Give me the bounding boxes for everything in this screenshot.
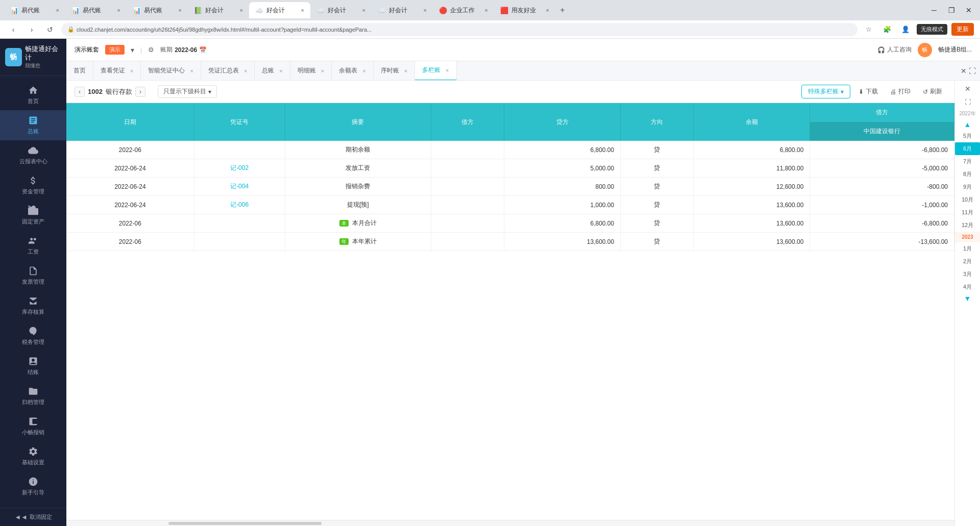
month-item-5[interactable]: 5月: [955, 130, 980, 142]
reload-button[interactable]: ↺: [43, 22, 57, 37]
tab-close-summary[interactable]: ×: [244, 68, 247, 74]
sidebar-item-guide[interactable]: 新手引导: [0, 471, 66, 502]
cell-balance: 13,600.00: [693, 196, 810, 214]
tab-close-multi[interactable]: ×: [446, 67, 449, 73]
back-button[interactable]: ‹: [6, 22, 20, 37]
panel-close-button[interactable]: ✕: [962, 83, 974, 95]
refresh-button[interactable]: ↺ 刷新: [919, 85, 946, 98]
tab-detail-ledger[interactable]: 明细账 ×: [290, 61, 332, 81]
update-button[interactable]: 更新: [951, 23, 974, 36]
month-item-2023-3[interactable]: 3月: [955, 268, 980, 281]
tab-close-detail[interactable]: ×: [321, 68, 324, 74]
sidebar-item-tax[interactable]: 税务管理: [0, 321, 66, 351]
panel-date-1: 2022年: [959, 108, 975, 119]
download-button[interactable]: ⬇ 下载: [854, 85, 882, 98]
voucher-link[interactable]: 记-002: [230, 164, 249, 171]
sidebar-item-fixed-assets[interactable]: 固定资产: [0, 201, 66, 231]
extension-button[interactable]: 🧩: [880, 22, 894, 37]
url-input[interactable]: 🔒 cloud2.chanjet.com/accounting/uh26t264…: [61, 23, 857, 36]
voucher-link[interactable]: 记-006: [230, 201, 249, 208]
calendar-icon[interactable]: 📅: [199, 46, 207, 54]
sidebar-item-membership[interactable]: 畅会员: [0, 502, 66, 508]
tab-general-ledger[interactable]: 总账 ×: [255, 61, 290, 81]
tab-close-smart[interactable]: ×: [190, 68, 193, 74]
browser-tab-2[interactable]: 📊 易代账 ×: [65, 2, 127, 18]
month-item-2023-4[interactable]: 4月: [955, 281, 980, 293]
sidebar-item-finance[interactable]: 资金管理: [0, 170, 66, 201]
tab-close-3[interactable]: ×: [179, 7, 182, 13]
browser-tab-7[interactable]: ☁️ 好会计 ×: [372, 2, 433, 18]
browser-tab-1[interactable]: 📊 易代账 ×: [4, 2, 65, 18]
sidebar-item-payroll[interactable]: 工资: [0, 231, 66, 261]
scroll-down-button[interactable]: ▼: [960, 293, 975, 304]
tab-close-8[interactable]: ×: [485, 7, 488, 13]
horizontal-scrollbar[interactable]: [66, 520, 954, 526]
month-item-6[interactable]: 6月: [955, 142, 980, 155]
panel-expand-button[interactable]: ⛶: [962, 96, 974, 108]
tab-multi-col[interactable]: 多栏账 ×: [415, 61, 456, 81]
month-item-8[interactable]: 8月: [955, 168, 980, 181]
filter-dropdown[interactable]: 只显示下级科目 ▾: [158, 85, 217, 98]
month-item-10[interactable]: 10月: [955, 193, 980, 206]
browser-tab-3[interactable]: 📊 易代账 ×: [127, 2, 188, 18]
settings-icon[interactable]: ⚙: [148, 46, 154, 54]
restore-button[interactable]: ❐: [944, 3, 959, 17]
forward-button[interactable]: ›: [24, 22, 39, 37]
tab-close-balance[interactable]: ×: [362, 68, 365, 74]
tab-balance[interactable]: 余额表 ×: [332, 61, 373, 81]
tab-close-voucher[interactable]: ×: [130, 68, 133, 74]
sidebar-item-home[interactable]: 首页: [0, 80, 66, 110]
expand-panel-button[interactable]: ⛶: [969, 67, 976, 75]
consult-button[interactable]: 🎧 人工咨询: [877, 45, 912, 54]
tab-close-5[interactable]: ×: [301, 7, 304, 13]
dropdown-icon[interactable]: ▾: [131, 46, 134, 54]
sidebar-item-cloud-report[interactable]: 云报表中心: [0, 140, 66, 170]
sidebar-item-expense[interactable]: 小畅报销: [0, 411, 66, 441]
browser-tab-6[interactable]: ☁️ 好会计 ×: [310, 2, 372, 18]
month-item-9[interactable]: 9月: [955, 181, 980, 193]
month-item-2023-1[interactable]: 1月: [955, 242, 980, 255]
sidebar-item-settings[interactable]: 基础设置: [0, 441, 66, 471]
close-panel-button[interactable]: ✕: [961, 67, 967, 75]
tab-close-4[interactable]: ×: [240, 7, 243, 13]
prev-account-button[interactable]: ‹: [75, 87, 85, 97]
month-item-7[interactable]: 7月: [955, 155, 980, 168]
voucher-link[interactable]: 记-004: [230, 183, 249, 190]
tab-close-sequence[interactable]: ×: [404, 68, 407, 74]
sidebar-item-archive[interactable]: 归档管理: [0, 381, 66, 411]
tab-close-1[interactable]: ×: [56, 7, 59, 13]
browser-tab-5[interactable]: ☁️ 好会计 ×: [249, 2, 310, 18]
tab-close-general[interactable]: ×: [279, 68, 282, 74]
tab-close-7[interactable]: ×: [424, 7, 427, 13]
close-button[interactable]: ✕: [962, 3, 976, 17]
browser-tab-8[interactable]: 🔴 企业工作 ×: [433, 2, 494, 18]
sidebar-item-ledger[interactable]: 总账: [0, 110, 66, 140]
month-item-11[interactable]: 11月: [955, 206, 980, 219]
browser-tab-9[interactable]: 🟥 用友好业 ×: [494, 2, 555, 18]
minimize-button[interactable]: ─: [927, 3, 941, 17]
sidebar-item-inventory[interactable]: 库存核算: [0, 291, 66, 321]
tab-voucher-summary[interactable]: 凭证汇总表 ×: [201, 61, 255, 81]
multi-col-button[interactable]: 特殊多栏账 ▾: [801, 85, 850, 98]
new-tab-button[interactable]: +: [555, 3, 570, 17]
user-name: 畅捷通B组...: [938, 45, 972, 54]
tab-close-2[interactable]: ×: [117, 7, 120, 13]
print-button[interactable]: 🖨 打印: [886, 85, 915, 98]
bookmark-button[interactable]: ☆: [862, 22, 876, 37]
tab-voucher-view[interactable]: 查看凭证 ×: [93, 61, 141, 81]
profile-button[interactable]: 👤: [898, 22, 913, 37]
tab-close-9[interactable]: ×: [546, 7, 549, 13]
sidebar-item-invoice[interactable]: 发票管理: [0, 261, 66, 291]
browser-tab-4[interactable]: 📗 好会计 ×: [188, 2, 249, 18]
month-item-12[interactable]: 12月: [955, 219, 980, 232]
scroll-up-button[interactable]: ▲: [960, 119, 975, 130]
unpin-button[interactable]: ◄◄ 取消固定: [0, 508, 66, 526]
tab-smart-voucher[interactable]: 智能凭证中心 ×: [141, 61, 201, 81]
sidebar-item-close-period[interactable]: 结账: [0, 351, 66, 381]
tab-close-6[interactable]: ×: [362, 7, 365, 13]
tab-home[interactable]: 首页: [66, 61, 93, 81]
tab-sequence[interactable]: 序时账 ×: [374, 61, 415, 81]
incognito-button[interactable]: 无痕模式: [917, 24, 947, 35]
next-account-button[interactable]: ›: [135, 87, 145, 97]
month-item-2023-2[interactable]: 2月: [955, 255, 980, 268]
